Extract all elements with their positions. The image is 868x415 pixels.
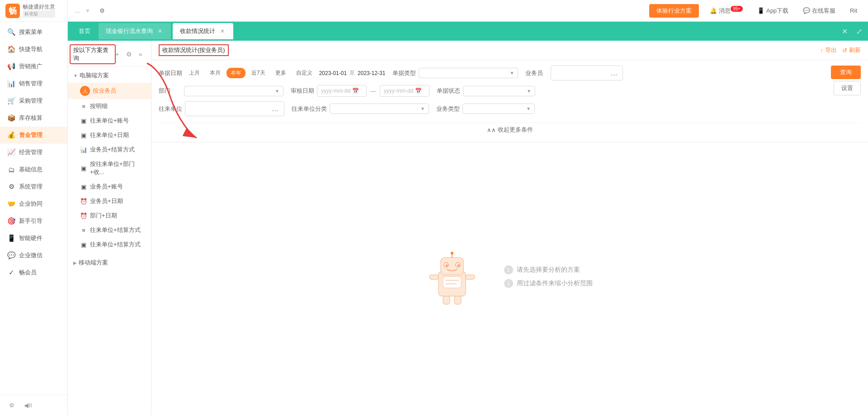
user-avatar[interactable]: Rit: [846, 5, 861, 16]
calendar-from-icon: 📅: [352, 88, 359, 94]
sidebar-item-purchase[interactable]: 🛒 采购管理: [0, 92, 67, 109]
tab-collection[interactable]: 收款情况统计 ✕: [173, 23, 233, 39]
dept-select[interactable]: ▼: [184, 86, 283, 96]
audit-date-to[interactable]: yyyy-mm-dd 📅: [380, 85, 429, 97]
tree-parent-desktop[interactable]: ▼ 电脑端方案: [68, 68, 151, 83]
tab-bank-close-button[interactable]: ✕: [156, 28, 164, 35]
voucher-type-select[interactable]: ▼: [419, 68, 518, 78]
tree-item-unit-payment2[interactable]: ▣ 往来单位+结算方式: [68, 237, 151, 252]
business-type-arrow-icon: ▼: [526, 106, 531, 111]
voucher-status-arrow-icon: ▼: [527, 89, 531, 94]
sidebar-settings-button[interactable]: ⚙: [5, 399, 18, 411]
sidebar-item-finance[interactable]: 💰 资金管理: [0, 127, 67, 144]
right-content: 收款情况统计(按业务员) ↑ 导出 ↺ 刷新: [151, 41, 868, 415]
tree-item-by-salesperson[interactable]: 人 按业务员: [68, 83, 151, 99]
sidebar-item-search[interactable]: 🔍 搜索菜单: [0, 24, 67, 41]
counterpart-category-arrow-icon: ▼: [420, 106, 425, 111]
counterpart-more-icon[interactable]: ...: [270, 104, 280, 113]
sidebar-item-quick-nav[interactable]: 🏠 快捷导航: [0, 41, 67, 58]
window-close-button[interactable]: ✕: [839, 26, 850, 37]
business-type-label: 业务类型: [436, 105, 460, 113]
tree-item-unit-payment1[interactable]: ≡ 往来单位+结算方式: [68, 223, 151, 237]
logo-badge: 标准版: [23, 10, 55, 18]
sidebar-item-basic-info[interactable]: 🗂 基础信息: [0, 161, 67, 178]
tree-mobile-label: 移动端方案: [79, 259, 108, 267]
settings-button[interactable]: ⚙: [96, 5, 108, 16]
tree-item-label: 按往来单位+部门+收...: [90, 160, 146, 176]
tree-item-by-detail[interactable]: ≡ 按明细: [68, 99, 151, 113]
export-button[interactable]: ↑ 导出: [821, 46, 837, 54]
tree-item-unit-date[interactable]: ▣ 往来单位+日期: [68, 128, 151, 142]
notification-badge: 99+: [731, 6, 743, 12]
filter-business-type-item: 业务类型 ▼: [436, 104, 535, 114]
window-maximize-button[interactable]: ⤢: [854, 26, 864, 37]
tab-bank[interactable]: 现金银行流水查询 ✕: [99, 23, 171, 39]
date-range: 2023-01-01 至 2023-12-31: [319, 69, 386, 77]
collapse-up-icon: ∧∧: [487, 127, 496, 133]
app-download-button[interactable]: 📱 App下载: [754, 5, 792, 17]
date-btn-more[interactable]: 更多: [271, 68, 290, 78]
empty-step-2: 2 用过滤条件来缩小分析范围: [504, 279, 593, 288]
setting-button[interactable]: 设置: [834, 81, 861, 95]
date-btn-last-month[interactable]: 上月: [185, 68, 204, 78]
tree-item-unit-account[interactable]: ▣ 往来单位+账号: [68, 113, 151, 128]
sidebar-item-guide[interactable]: 🎯 新手引导: [0, 212, 67, 230]
collapse-panel-button[interactable]: «: [136, 49, 146, 59]
business-type-select[interactable]: ▼: [462, 104, 535, 114]
scheme-settings-button[interactable]: ⚙: [124, 49, 134, 59]
main-content: ... ▼ ⚙ 体验行业方案 🔔 消息 99+ 📱 App下载 💬 在线客服: [68, 0, 868, 415]
sidebar-item-label: 搜索菜单: [19, 28, 42, 36]
voucher-status-select[interactable]: ▼: [463, 86, 535, 96]
salesperson-more-icon[interactable]: ...: [609, 68, 619, 78]
filter-counterpart-item: 往来单位 ...: [159, 101, 284, 116]
tree-parent-mobile[interactable]: ▶ 移动端方案: [68, 255, 151, 270]
query-button[interactable]: 查询: [831, 66, 861, 79]
sidebar-collapse-button[interactable]: ◀II: [22, 399, 34, 411]
refresh-button[interactable]: ↺ 刷新: [842, 46, 861, 54]
export-label: 导出: [825, 46, 837, 54]
sidebar-item-member[interactable]: ✓ 畅会员: [0, 264, 67, 281]
dept-label: 部门: [159, 87, 181, 95]
inventory-icon: 📦: [7, 114, 15, 122]
tree-section-mobile: ▶ 移动端方案: [68, 254, 151, 272]
top-bar-left: ... ▼ ⚙: [75, 5, 108, 16]
sidebar-item-inventory[interactable]: 📦 库存核算: [0, 109, 67, 127]
audit-date-from[interactable]: yyyy-mm-dd 📅: [317, 85, 367, 97]
tree-item-unit-dept-collect[interactable]: ▣ 按往来单位+部门+收...: [68, 157, 151, 179]
sidebar-item-wechat[interactable]: 💬 企业微信: [0, 247, 67, 264]
tree-item-dept-date[interactable]: ⏰ 部门+日期: [68, 208, 151, 223]
left-panel: 按以下方案查询 + ⚙ « ▼ 电脑端方案 人: [68, 41, 151, 415]
sidebar-item-enterprise[interactable]: 🤝 企业协同: [0, 195, 67, 212]
notification-button[interactable]: 🔔 消息 99+: [706, 5, 746, 17]
date-btn-7days[interactable]: 近7天: [247, 68, 269, 78]
sidebar-item-system[interactable]: ⚙ 系统管理: [0, 178, 67, 195]
date-btn-custom[interactable]: 自定义: [292, 68, 316, 78]
empty-state: 1 请先选择要分析的方案 2 用过滤条件来缩小分析范围: [151, 142, 868, 415]
trial-button[interactable]: 体验行业方案: [649, 4, 699, 18]
tree-item-salesperson-date[interactable]: ⏰ 业务员+日期: [68, 194, 151, 208]
counterpart-select[interactable]: ...: [185, 101, 284, 116]
collapse-filter-button[interactable]: ∧∧ 收起更多条件: [159, 123, 861, 137]
tab-collection-close-button[interactable]: ✕: [219, 28, 226, 35]
tab-bank-label: 现金银行流水查询: [106, 27, 153, 35]
sidebar-item-label: 基础信息: [19, 165, 42, 174]
sidebar-item-operations[interactable]: 📈 经营管理: [0, 144, 67, 161]
online-service-button[interactable]: 💬 在线客服: [799, 5, 839, 17]
sidebar-item-label: 智能硬件: [19, 234, 42, 242]
sidebar-item-sales[interactable]: 📊 销售管理: [0, 75, 67, 92]
sidebar-item-hardware[interactable]: 📱 智能硬件: [0, 230, 67, 247]
tab-home[interactable]: 首页: [71, 22, 98, 41]
add-scheme-button[interactable]: +: [112, 49, 122, 59]
tab-collection-label: 收款情况统计: [180, 27, 215, 35]
tree-item-salesperson-payment[interactable]: 📊 业务员+结算方式: [68, 142, 151, 157]
date-btn-this-month[interactable]: 本月: [206, 68, 225, 78]
filter-salesperson-item: 业务员 ...: [525, 66, 623, 80]
counterpart-category-select[interactable]: ▼: [330, 104, 429, 114]
date-btn-this-year[interactable]: 本年: [226, 68, 245, 78]
tree-item-salesperson-account[interactable]: ▣ 业务员+账号: [68, 179, 151, 194]
tree-item-label: 业务员+日期: [90, 197, 123, 205]
salesperson-select[interactable]: ...: [551, 66, 623, 80]
unit-payment2-icon: ▣: [80, 241, 87, 248]
app-download-label: App下载: [766, 7, 788, 15]
sidebar-item-marketing[interactable]: 📢 营销推广: [0, 58, 67, 75]
